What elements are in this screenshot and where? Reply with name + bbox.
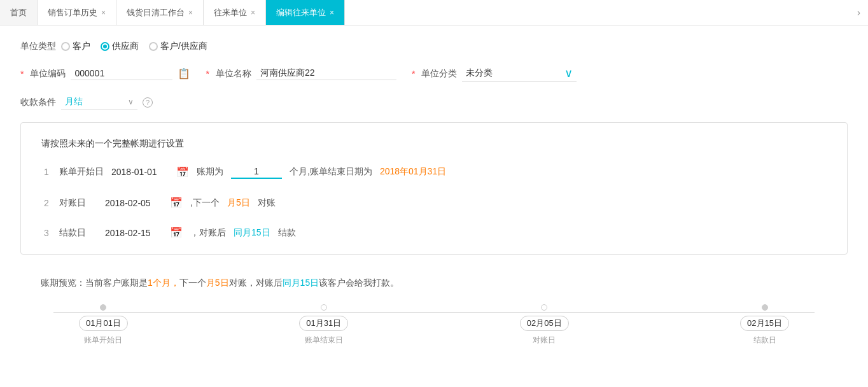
unit-code-group: * 单位编码 📋: [20, 67, 190, 80]
radio-supplier-circle: [101, 42, 109, 51]
unit-type-row: 单位类型 客户 供应商 客户/供应商: [20, 41, 848, 52]
preview-mid2: 对账，对账后: [229, 278, 283, 288]
timeline-pill-0: 01月01日: [79, 316, 128, 331]
preview-mid1: 下一个: [179, 278, 206, 288]
radio-customer-label: 客户: [73, 41, 90, 52]
unit-name-label: 单位名称: [216, 68, 251, 80]
period-date-3: 2018-02-15: [105, 228, 162, 238]
preview-section: 账期预览：当前客户账期是1个月，下一个月5日对账，对账后同月15日该客户会给我打…: [20, 267, 848, 346]
period-suffix-pre-3: ，对账后: [190, 227, 226, 239]
tab-home-label: 首页: [10, 7, 27, 18]
timeline-label-0: 账单开始日: [84, 335, 122, 346]
tab-partner-units[interactable]: 往来单位 ×: [204, 0, 266, 25]
tab-partner-units-close[interactable]: ×: [251, 8, 255, 17]
period-cal-icon-2[interactable]: 📅: [170, 197, 183, 209]
unit-type-label: 单位类型: [20, 41, 56, 52]
period-date-1: 2018-01-01: [111, 167, 169, 177]
tab-edit-partner-close[interactable]: ×: [330, 8, 334, 17]
payment-condition-row: 收款条件 月结 ∨ ?: [20, 95, 848, 109]
unit-code-label: 单位编码: [30, 68, 66, 80]
tab-sales-history-close[interactable]: ×: [101, 8, 106, 17]
period-cal-icon-1[interactable]: 📅: [176, 166, 189, 178]
preview-prefix: 账期预览：当前客户账期是: [41, 278, 148, 288]
timeline-node-0: 01月01日 账单开始日: [79, 304, 128, 346]
timeline-dot-3: [762, 304, 768, 311]
radio-both-label: 客户/供应商: [160, 41, 207, 52]
tab-edit-partner[interactable]: 编辑往来单位 ×: [266, 0, 345, 25]
period-text-1: 账期为: [197, 166, 223, 178]
timeline-node-3: 02月15日 结款日: [740, 304, 789, 346]
timeline-label-3: 结款日: [753, 335, 776, 346]
timeline-wrap: 01月01日 账单开始日 01月31日 账单结束日 02月05日 对账日 02月…: [66, 304, 802, 346]
unit-category-label: 单位分类: [421, 68, 457, 80]
period-settings-title: 请按照未来的一个完整帐期进行设置: [41, 138, 827, 150]
timeline-container: 01月01日 账单开始日 01月31日 账单结束日 02月05日 对账日 02月…: [41, 304, 827, 346]
period-row-2: 2 对账日 2018-02-05 📅 ,下一个 月5日 对账: [41, 197, 827, 209]
timeline-label-1: 账单结束日: [305, 335, 343, 346]
timeline-pill-2: 02月05日: [520, 316, 569, 331]
main-content: 单位类型 客户 供应商 客户/供应商 * 单位编码: [0, 25, 868, 387]
period-row-3: 3 结款日 2018-02-15 📅 ，对账后 同月15日 结款: [41, 227, 827, 239]
unit-category-star: *: [412, 69, 415, 79]
unit-name-group: * 单位名称: [206, 67, 396, 80]
tab-cash-desk[interactable]: 钱货日清工作台 ×: [116, 0, 204, 25]
unit-code-copy-icon[interactable]: 📋: [178, 67, 190, 80]
period-end-date-1: 2018年01月31日: [380, 166, 446, 178]
tab-sales-history[interactable]: 销售订单历史 ×: [38, 0, 116, 25]
radio-supplier[interactable]: 供应商: [101, 41, 139, 52]
radio-both-circle: [149, 42, 158, 51]
period-num-1: 1: [41, 167, 52, 177]
tab-expand-button[interactable]: ›: [850, 7, 868, 18]
radio-both[interactable]: 客户/供应商: [149, 41, 207, 52]
unit-category-value: 未分类: [466, 67, 564, 79]
timeline-dot-2: [541, 304, 547, 311]
timeline-label-2: 对账日: [533, 335, 556, 346]
unit-name-input[interactable]: [256, 67, 396, 80]
timeline-pill-3: 02月15日: [740, 316, 789, 331]
radio-customer-circle: [61, 42, 70, 51]
tab-cash-desk-close[interactable]: ×: [188, 8, 193, 17]
payment-condition-arrow-icon: ∨: [128, 97, 134, 106]
timeline-node-2: 02月05日 对账日: [520, 304, 569, 346]
radio-supplier-label: 供应商: [112, 41, 139, 52]
preview-text: 账期预览：当前客户账期是1个月，下一个月5日对账，对账后同月15日该客户会给我打…: [41, 278, 827, 289]
tab-partner-units-label: 往来单位: [214, 7, 247, 18]
preview-highlight2: 月5日: [206, 278, 229, 288]
unit-type-group: 单位类型 客户 供应商 客户/供应商: [20, 41, 207, 52]
tab-sales-history-label: 销售订单历史: [48, 7, 97, 18]
unit-category-group: * 单位分类 未分类 ∨: [412, 65, 577, 82]
unit-category-select[interactable]: 未分类 ∨: [462, 65, 577, 82]
unit-info-row: * 单位编码 📋 * 单位名称 * 单位分类 未分类 ∨: [20, 65, 848, 82]
radio-group: 客户 供应商 客户/供应商: [61, 41, 207, 52]
payment-condition-label: 收款条件: [20, 97, 56, 108]
period-label-3: 结款日: [59, 227, 97, 239]
tab-cash-desk-label: 钱货日清工作台: [127, 7, 185, 18]
period-suffix-highlight-2: 月5日: [227, 197, 250, 209]
radio-customer[interactable]: 客户: [61, 41, 90, 52]
timeline-dot-0: [100, 304, 106, 311]
preview-highlight3: 同月15日: [283, 278, 319, 288]
timeline-dot-1: [321, 304, 327, 311]
period-cal-icon-3[interactable]: 📅: [170, 227, 183, 239]
period-num-3: 3: [41, 228, 52, 238]
period-value-input[interactable]: [231, 165, 282, 179]
tab-edit-partner-label: 编辑往来单位: [276, 7, 326, 18]
timeline-pill-1: 01月31日: [299, 316, 348, 331]
tab-home[interactable]: 首页: [0, 0, 38, 25]
payment-condition-group: 收款条件 月结 ∨ ?: [20, 95, 153, 109]
period-suffix-pre-2: ,下一个: [190, 197, 220, 209]
period-suffix-highlight-3: 同月15日: [234, 227, 270, 239]
payment-condition-dropdown[interactable]: 月结 ∨: [61, 95, 137, 109]
period-label-2: 对账日: [59, 197, 97, 209]
period-label-1: 账单开始日: [59, 166, 104, 178]
unit-category-arrow-icon: ∨: [564, 66, 573, 80]
period-num-2: 2: [41, 198, 52, 208]
period-suffix-post-3: 结款: [278, 227, 296, 239]
preview-suffix: 该客户会给我打款。: [319, 278, 399, 288]
tab-bar: 首页 销售订单历史 × 钱货日清工作台 × 往来单位 × 编辑往来单位 × ›: [0, 0, 868, 25]
unit-name-star: *: [206, 69, 209, 79]
payment-condition-help-icon[interactable]: ?: [143, 97, 153, 108]
period-date-2: 2018-02-05: [105, 198, 162, 208]
unit-code-input[interactable]: [71, 67, 172, 80]
period-row-1: 1 账单开始日 2018-01-01 📅 账期为 个月,账单结束日期为 2018…: [41, 165, 827, 179]
